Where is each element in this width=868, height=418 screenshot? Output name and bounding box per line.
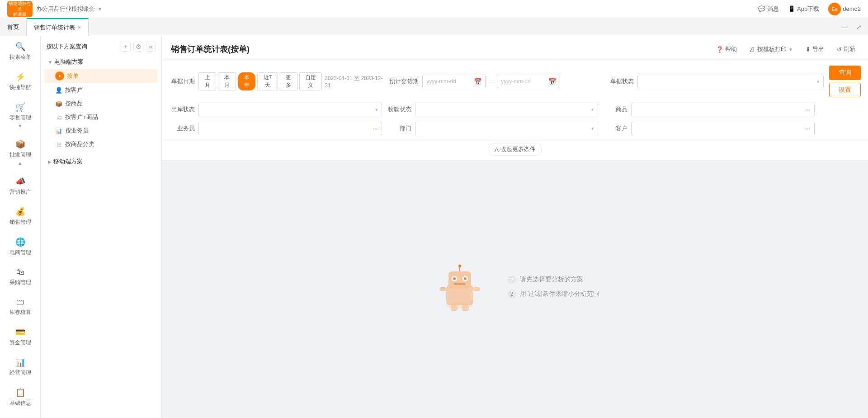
content: 按以下方案查询 + ⚙ « ▼ 电脑端方案 xyxy=(41,36,868,418)
export-label: 导出 xyxy=(812,45,824,53)
tree-item-by-category[interactable]: ⊞ 按商品分类 xyxy=(44,138,158,151)
topbar-left: 畅捷通好生意标准版 办公用品行业模拟账套 ▾ xyxy=(7,1,101,17)
date-btn-this-month[interactable]: 本月 xyxy=(218,72,236,90)
refresh-btn[interactable]: ↺ 刷新 xyxy=(833,43,859,55)
tree-item-by-customer-goods[interactable]: 🗂 按客户+商品 xyxy=(44,110,158,124)
tab-sales-order-stats[interactable]: 销售订单统计表 × xyxy=(27,18,89,36)
help-btn[interactable]: ❓ 帮助 xyxy=(712,43,741,55)
sidebar-item-purchase[interactable]: 🛍 采购管理 xyxy=(0,262,40,292)
date-btn-more[interactable]: 更多 xyxy=(280,72,297,90)
date-btn-custom[interactable]: 自定义 xyxy=(299,72,322,90)
svg-rect-9 xyxy=(454,283,466,285)
main-layout: 🔍 搜索菜单 ⚡ 快捷导航 🛒 零售管理 ▼ 📦 批发管理 ▲ 📣 营销推广 💰… xyxy=(0,36,868,418)
empty-hint-2: 2 用[过滤]条件来缩小分析范围 xyxy=(507,290,599,299)
customer-label: 客户 xyxy=(602,124,631,133)
export-btn[interactable]: ⬇ 导出 xyxy=(802,43,828,55)
hint2-num: 2 xyxy=(507,290,516,299)
tree-item-by-salesperson[interactable]: 📊 按业务员 xyxy=(44,124,158,138)
svg-rect-10 xyxy=(439,287,446,291)
tree-item-by-order[interactable]: ● 按单 xyxy=(44,69,158,83)
payment-status-select[interactable]: ▾ xyxy=(415,103,599,116)
sidebar-item-inventory[interactable]: 🗃 库存核算 xyxy=(0,292,40,322)
sidebar-item-search[interactable]: 🔍 搜索菜单 xyxy=(0,36,40,66)
tree-item-by-salesperson-label: 按业务员 xyxy=(65,127,89,135)
sidebar-item-operations[interactable]: 📊 经营管理 xyxy=(0,352,40,382)
date-range-display: 2023-01-01 至 2023-12-31 xyxy=(325,75,385,89)
wholesale-expand-icon: ▲ xyxy=(18,161,23,166)
sidebar-item-system[interactable]: ⚙️ 系统管理 xyxy=(0,413,40,418)
app-dropdown-icon[interactable]: ▾ xyxy=(99,6,101,12)
salesperson-select[interactable]: ··· xyxy=(198,122,382,135)
print-dropdown-icon: ▼ xyxy=(788,47,793,52)
date-btn-last-month[interactable]: 上月 xyxy=(198,72,216,90)
svg-rect-11 xyxy=(473,287,480,291)
goods-select[interactable]: ··· xyxy=(631,103,815,116)
ecommerce-icon: 🌐 xyxy=(15,237,25,247)
date-quick-buttons: 上月 本月 本年 近7天 更多 自定义 xyxy=(198,72,322,90)
customer-more-dots: ··· xyxy=(805,125,811,132)
customer-select[interactable]: ··· xyxy=(631,122,815,135)
help-icon: ❓ xyxy=(716,46,723,53)
operations-icon: 📊 xyxy=(15,357,25,367)
goods-label: 商品 xyxy=(602,105,631,114)
collapse-panel-btn[interactable]: « xyxy=(146,42,156,52)
tab-home[interactable]: 首页 xyxy=(0,18,27,36)
sidebar-item-retail[interactable]: 🛒 零售管理 ▼ xyxy=(0,97,40,134)
sidebar-item-finance[interactable]: 💳 资金管理 xyxy=(0,322,40,352)
finance-icon: 💳 xyxy=(15,327,25,337)
settings-button[interactable]: 设置 xyxy=(829,83,861,97)
date-btn-this-year[interactable]: 本年 xyxy=(238,72,255,90)
sidebar-item-finance-label: 资金管理 xyxy=(9,339,31,347)
date-btn-last7[interactable]: 近7天 xyxy=(257,72,278,90)
add-scheme-btn[interactable]: + xyxy=(121,42,131,52)
avatar: Ea xyxy=(828,3,841,15)
salesperson-group: 业务员 ··· xyxy=(169,122,382,135)
salesperson-label: 业务员 xyxy=(169,124,198,133)
print-icon: 🖨 xyxy=(750,46,755,53)
date-separator: — xyxy=(488,78,494,85)
tree-group-desktop[interactable]: ▼ 电脑端方案 xyxy=(44,55,158,69)
query-btn-group: 查询 设置 xyxy=(829,66,861,97)
collapse-more-btn[interactable]: ⋀ 收起更多条件 xyxy=(489,143,542,156)
collapse-btn-label: 收起更多条件 xyxy=(500,145,536,153)
sidebar-item-quicknav[interactable]: ⚡ 快捷导航 xyxy=(0,66,40,97)
page-header-actions: ❓ 帮助 🖨 按模板打印 ▼ ⬇ 导出 ↺ 刷新 xyxy=(712,43,859,55)
expected-date-start[interactable]: yyyy-mm-dd 📅 xyxy=(422,75,486,88)
query-button[interactable]: 查询 xyxy=(829,66,861,80)
left-panel-title: 按以下方案查询 xyxy=(46,43,87,51)
message-label: 消息 xyxy=(767,5,779,13)
sidebar-item-ecommerce[interactable]: 🌐 电商管理 xyxy=(0,232,40,262)
collapse-row: ⋀ 收起更多条件 xyxy=(162,140,868,160)
date-filter-group: 单据日期 上月 本月 本年 近7天 更多 自定义 2023-01-01 至 20… xyxy=(169,72,385,90)
tab-maximize-btn[interactable]: ⤢ xyxy=(854,22,864,33)
retail-icon: 🛒 xyxy=(15,102,25,112)
tree-group-mobile[interactable]: ▶ 移动端方案 xyxy=(44,155,158,168)
print-btn[interactable]: 🖨 按模板打印 ▼ xyxy=(746,43,797,55)
svg-point-8 xyxy=(458,265,461,267)
payment-status-label: 收款状态 xyxy=(386,105,415,114)
sidebar-item-marketing[interactable]: 📣 营销推广 xyxy=(0,171,40,201)
tab-minimize-btn[interactable]: — xyxy=(839,22,850,33)
dept-select[interactable]: ▾ xyxy=(415,122,599,135)
logo[interactable]: 畅捷通好生意标准版 xyxy=(7,1,33,17)
sidebar-item-basic[interactable]: 📋 基础信息 xyxy=(0,382,40,413)
tree-item-by-goods-label: 按商品 xyxy=(65,100,83,108)
message-btn[interactable]: 💬 消息 xyxy=(758,5,779,13)
doc-status-select[interactable]: ▾ xyxy=(637,75,824,88)
app-download-btn[interactable]: 📱 App下载 xyxy=(788,5,819,13)
tab-active-label: 销售订单统计表 xyxy=(34,24,75,32)
expected-date-start-placeholder: yyyy-mm-dd xyxy=(426,78,456,85)
tree-item-by-customer[interactable]: 👤 按客户 xyxy=(44,83,158,97)
settings-scheme-btn[interactable]: ⚙ xyxy=(133,42,143,52)
tree-item-by-category-label: 按商品分类 xyxy=(65,140,94,148)
tree-item-by-goods[interactable]: 📦 按商品 xyxy=(44,97,158,110)
by-goods-icon: 📦 xyxy=(55,100,62,107)
sidebar-item-sales[interactable]: 💰 销售管理 xyxy=(0,201,40,232)
hint2-text: 用[过滤]条件来缩小分析范围 xyxy=(520,290,599,298)
delivery-status-select[interactable]: ▾ xyxy=(198,103,382,116)
sidebar-item-wholesale[interactable]: 📦 批发管理 ▲ xyxy=(0,134,40,171)
delivery-status-group: 出库状态 ▾ xyxy=(169,103,382,116)
expected-date-end[interactable]: yyyy-mm-dd 📅 xyxy=(497,75,560,88)
user-profile[interactable]: Ea demo2 xyxy=(828,3,861,15)
tab-close-icon[interactable]: × xyxy=(78,24,81,31)
